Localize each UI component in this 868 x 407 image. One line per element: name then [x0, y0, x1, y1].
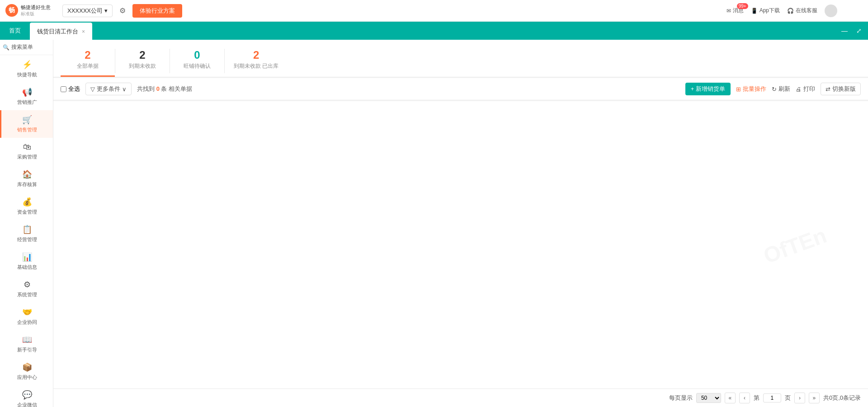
stat-tab-pending[interactable]: 0 旺铺待确认	[170, 45, 224, 77]
stat-label-overdue-shipped: 到期未收款 已出库	[234, 62, 278, 70]
stat-num-all: 2	[70, 49, 106, 61]
filter-icon: ▽	[90, 86, 95, 93]
tab-minimize-button[interactable]: —	[839, 25, 850, 36]
stat-tab-all[interactable]: 2 全部单据	[61, 45, 115, 77]
sidebar-item-quick-nav[interactable]: ⚡ 快捷导航	[0, 55, 53, 83]
found-text: 共找到 0 条 相关单据	[137, 85, 192, 93]
sales-icon: 🛒	[22, 115, 32, 125]
message-button[interactable]: ✉ 消息 99+	[726, 7, 744, 14]
sidebar-search-button[interactable]: 🔍 搜索菜单	[0, 40, 53, 55]
sidebar-item-label-guide: 新手引导	[17, 346, 37, 353]
print-button[interactable]: 🖨 打印	[796, 85, 815, 93]
logo-area: 畅 畅捷通好生意 标准版	[5, 4, 59, 17]
tab-current[interactable]: 钱货日清工作台 ×	[30, 23, 92, 41]
sidebar-item-label-app-center: 应用中心	[17, 374, 37, 381]
page-size-select[interactable]: 50 10 20 100	[696, 393, 721, 403]
tab-label: 钱货日清工作台	[37, 28, 78, 36]
tab-bar: 首页 钱货日清工作台 × — ⤢	[0, 22, 868, 40]
sidebar-item-label-finance: 资金管理	[17, 209, 37, 215]
sidebar-item-wechat[interactable]: 💬 企业微信	[0, 385, 53, 407]
page-label: 第	[754, 394, 760, 402]
found-suffix: 相关单据	[169, 85, 192, 92]
finance-icon: 💰	[22, 197, 32, 207]
header-left: 畅 畅捷通好生意 标准版 XXXXXX公司 ▾ ⚙ 体验行业方案	[5, 4, 182, 18]
logo-text-area: 畅捷通好生意 标准版	[21, 4, 51, 17]
trial-button[interactable]: 体验行业方案	[132, 4, 182, 18]
content-area: 2 全部单据 2 到期未收款 0 旺铺待确认 2 到期未收款 已出库	[53, 40, 868, 407]
sidebar-item-enterprise[interactable]: 🤝 企业协同	[0, 303, 53, 330]
app-download-button[interactable]: 📱 App下载	[751, 7, 780, 14]
tab-home[interactable]: 首页	[0, 22, 30, 40]
sidebar-item-label-wechat: 企业微信	[17, 402, 37, 407]
message-badge: 99+	[737, 3, 748, 9]
guide-icon: 📖	[22, 335, 32, 345]
refresh-label: 刷新	[778, 85, 790, 93]
message-icon: ✉	[726, 8, 731, 14]
system-icon: ⚙	[24, 280, 31, 290]
quick-nav-icon: ⚡	[22, 60, 32, 70]
batch-label: 批量操作	[743, 85, 766, 93]
tab-expand-button[interactable]: ⤢	[854, 25, 864, 36]
sidebar-item-operations[interactable]: 📋 经营管理	[0, 220, 53, 248]
sidebar-item-marketing[interactable]: 📢 营销推广	[0, 83, 53, 110]
tab-bar-actions: — ⤢	[839, 25, 868, 36]
switch-version-button[interactable]: ⇄ 切换新版	[821, 83, 861, 95]
stat-tab-overdue[interactable]: 2 到期未收款	[115, 45, 170, 77]
sidebar-item-label-system: 系统管理	[17, 291, 37, 298]
toolbar-right: + 新增销货单 ⊞ 批量操作 ↻ 刷新 🖨 打印 ⇄ 切换新版	[685, 83, 861, 95]
print-label: 打印	[803, 85, 815, 93]
filter-chevron-icon: ∨	[122, 86, 127, 93]
header: 畅 畅捷通好生意 标准版 XXXXXX公司 ▾ ⚙ 体验行业方案 ✉ 消息 99…	[0, 0, 868, 22]
page-input[interactable]	[763, 393, 781, 402]
enterprise-icon: 🤝	[22, 307, 32, 317]
sidebar: 🔍 搜索菜单 ⚡ 快捷导航 📢 营销推广 🛒 销售管理 🛍 采购管理 🏠 库存核…	[0, 40, 53, 407]
sidebar-item-label-marketing: 营销推广	[17, 99, 37, 106]
sidebar-item-label-basic-info: 基础信息	[17, 264, 37, 271]
stat-label-all: 全部单据	[70, 62, 106, 70]
stat-tab-overdue-shipped[interactable]: 2 到期未收款 已出库	[225, 45, 288, 77]
main-layout: 🔍 搜索菜单 ⚡ 快捷导航 📢 营销推广 🛒 销售管理 🛍 采购管理 🏠 库存核…	[0, 40, 868, 407]
marketing-icon: 📢	[22, 87, 32, 97]
select-all-checkbox[interactable]: 全选	[61, 85, 80, 93]
sidebar-item-app-center[interactable]: 📦 应用中心	[0, 358, 53, 385]
sidebar-item-sales[interactable]: 🛒 销售管理	[0, 110, 53, 138]
select-all-label: 全选	[68, 85, 80, 93]
sidebar-item-guide[interactable]: 📖 新手引导	[0, 330, 53, 358]
next-page-button[interactable]: ›	[794, 393, 805, 403]
purchase-icon: 🛍	[23, 142, 31, 152]
avatar[interactable]	[825, 5, 837, 17]
found-count: 0	[156, 85, 160, 92]
download-icon: 📱	[751, 8, 758, 14]
filter-button[interactable]: ▽ 更多条件 ∨	[85, 83, 132, 95]
print-icon: 🖨	[796, 86, 802, 93]
support-icon: 🎧	[787, 8, 794, 14]
refresh-button[interactable]: ↻ 刷新	[772, 85, 790, 93]
logo-subtitle: 标准版	[21, 11, 51, 17]
select-all-input[interactable]	[61, 86, 66, 92]
stat-num-overdue: 2	[124, 49, 160, 61]
company-selector[interactable]: XXXXXX公司 ▾	[62, 5, 113, 17]
tab-close-icon[interactable]: ×	[82, 28, 85, 35]
sidebar-item-purchase[interactable]: 🛍 采购管理	[0, 138, 53, 165]
last-page-button[interactable]: »	[809, 393, 820, 403]
stat-num-pending: 0	[179, 49, 215, 61]
new-order-button[interactable]: + 新增销货单	[685, 83, 731, 95]
sidebar-item-label-enterprise: 企业协同	[17, 319, 37, 326]
operations-icon: 📋	[22, 225, 32, 234]
sidebar-item-inventory[interactable]: 🏠 库存核算	[0, 165, 53, 192]
company-name: XXXXXX公司	[67, 7, 103, 15]
batch-operation-button[interactable]: ⊞ 批量操作	[736, 85, 766, 93]
first-page-button[interactable]: «	[725, 393, 736, 403]
prev-page-button[interactable]: ‹	[739, 393, 750, 403]
sidebar-item-finance[interactable]: 💰 资金管理	[0, 192, 53, 220]
sidebar-item-label-quick-nav: 快捷导航	[17, 71, 37, 78]
online-support-label: 在线客服	[796, 7, 817, 14]
sidebar-item-label-inventory: 库存核算	[17, 181, 37, 188]
sidebar-item-basic-info[interactable]: 📊 基础信息	[0, 248, 53, 275]
search-icon: 🔍	[3, 44, 9, 51]
settings-button[interactable]: ⚙	[116, 5, 129, 17]
online-support-button[interactable]: 🎧 在线客服	[787, 7, 817, 14]
page-size-label: 每页显示	[669, 394, 693, 402]
sidebar-item-system[interactable]: ⚙ 系统管理	[0, 275, 53, 303]
filter-label: 更多条件	[97, 85, 120, 93]
